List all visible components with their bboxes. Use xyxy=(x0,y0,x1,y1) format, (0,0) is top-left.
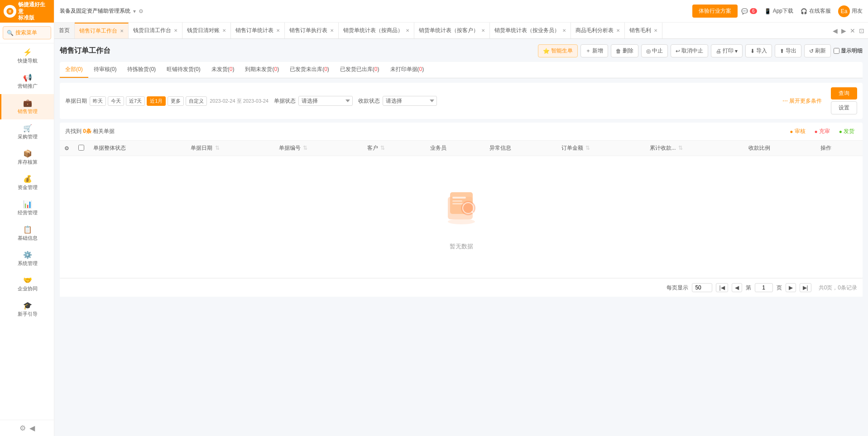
sidebar-item-system[interactable]: ⚙️系统管理 xyxy=(0,246,54,271)
message-item[interactable]: 💬 6 xyxy=(741,8,757,14)
import-btn[interactable]: ⬇ 导入 xyxy=(745,44,772,57)
sidebar-item-quick-nav[interactable]: ⚡快捷导航 xyxy=(0,43,54,69)
sidebar-item-operations[interactable]: 📊经营管理 xyxy=(0,195,54,221)
sub-tabs: 全部(0)待审核(0)待拣验货(0)旺铺待发货(0)未发货(0)到期未发货(0)… xyxy=(60,62,863,78)
sub-tab-pending-review[interactable]: 待审核(0) xyxy=(88,62,122,78)
sub-tab-expired-not-shipped[interactable]: 到期未发货(0) xyxy=(240,62,284,78)
tab-goods-stats-product[interactable]: 销货单统计表（按商品）✕ xyxy=(339,23,414,39)
payment-select[interactable]: 请选择 xyxy=(383,96,437,106)
col-date[interactable]: 单据日期 ⇅ xyxy=(186,141,274,156)
refresh-btn[interactable]: ↺ 刷新 xyxy=(804,44,831,57)
sidebar-item-inventory[interactable]: 📦库存核算 xyxy=(0,145,54,170)
add-btn[interactable]: ＋ 新增 xyxy=(580,44,608,57)
sidebar-item-purchase[interactable]: 🛒采购管理 xyxy=(0,119,54,145)
smart-create-btn[interactable]: ⭐ 智能生单 xyxy=(538,44,578,57)
query-btn[interactable]: 查询 xyxy=(831,87,857,100)
tab-goods-stats-staff[interactable]: 销货单统计表（按业务员）✕ xyxy=(490,23,571,39)
filter-setting-btn[interactable]: 设置 xyxy=(831,101,857,114)
tab-close-sales-profit[interactable]: ✕ xyxy=(654,28,657,33)
sidebar-item-basic-info[interactable]: 📋基础信息 xyxy=(0,221,54,246)
date-filter: 单据日期 昨天今天近7天近1月更多自定义 2023-02-24 至 2023-0… xyxy=(65,96,269,106)
page-number-input[interactable] xyxy=(755,283,773,292)
sub-tab-not-printed[interactable]: 未打印单据(0) xyxy=(385,62,430,78)
print-btn[interactable]: 🖨 打印 ▾ xyxy=(711,44,743,57)
date-opt-last7[interactable]: 近7天 xyxy=(126,96,145,106)
stop-btn[interactable]: ◎ 中止 xyxy=(641,44,668,57)
online-service-item[interactable]: 🎧 在线客服 xyxy=(801,7,831,15)
tab-close-goods-stats-staff[interactable]: ✕ xyxy=(562,28,566,33)
tab-home[interactable]: 首页 xyxy=(54,23,75,39)
col-checkbox[interactable] xyxy=(74,141,89,156)
tab-close-sales-stats[interactable]: ✕ xyxy=(276,28,280,33)
sidebar-item-marketing[interactable]: 📢营销推广 xyxy=(0,69,54,94)
tab-cash-reconcile[interactable]: 钱货日清对账✕ xyxy=(182,23,231,39)
tab-close-cash-reconcile[interactable]: ✕ xyxy=(222,28,226,33)
tab-goods-stats-customer[interactable]: 销货单统计表（按客户）✕ xyxy=(414,23,490,39)
tab-scroll-left[interactable]: ◀ xyxy=(832,26,839,35)
col-number[interactable]: 单据编号 ⇅ xyxy=(274,141,363,156)
search-menu-button[interactable]: 🔍 搜索菜单 xyxy=(3,26,51,39)
col-amount[interactable]: 订单金额 ⇅ xyxy=(557,141,645,156)
sub-tab-wangpu-pending[interactable]: 旺铺待发货(0) xyxy=(161,62,206,78)
user-item[interactable]: Ea 用友 xyxy=(838,5,863,17)
col-customer[interactable]: 客户 ⇅ xyxy=(363,141,426,156)
date-opt-more[interactable]: 更多 xyxy=(168,96,184,106)
last-page-btn[interactable]: ▶| xyxy=(800,283,811,292)
page-size-select[interactable]: 50 10 20 100 xyxy=(692,283,712,292)
sidebar-item-sales[interactable]: 💼销售管理 xyxy=(0,94,54,119)
nav-icon-inventory: 📦 xyxy=(23,149,32,158)
collapse-icon[interactable]: ◀ xyxy=(29,424,35,432)
tab-margin-analysis[interactable]: 商品毛利分析表✕ xyxy=(571,23,625,39)
first-page-btn[interactable]: |◀ xyxy=(716,283,728,292)
sub-tab-shipped-not-out[interactable]: 已发货未出库(0) xyxy=(284,62,335,78)
sub-tab-pending-inspect[interactable]: 待拣验货(0) xyxy=(122,62,161,78)
expand-filter-btn[interactable]: ⋯ 展开更多条件 xyxy=(779,95,825,107)
sidebar-item-newbie[interactable]: 🎓新手引导 xyxy=(0,297,54,322)
sub-tab-not-shipped[interactable]: 未发货(0) xyxy=(206,62,240,78)
tab-cash-daily[interactable]: 钱货日清工作台✕ xyxy=(129,23,182,39)
export-btn[interactable]: ⬆ 导出 xyxy=(775,44,801,57)
tab-sales-workbench[interactable]: 销售订单工作台✕ xyxy=(75,23,129,39)
tab-sales-stats[interactable]: 销售订单统计表✕ xyxy=(231,23,285,39)
tab-close-all[interactable]: ✕ xyxy=(849,26,856,35)
page-label: 第 xyxy=(746,284,751,292)
prev-page-btn[interactable]: ◀ xyxy=(732,283,742,292)
logo-icon xyxy=(4,5,16,18)
system-title: 装备及固定资产辅助管理系统 ▾ ⚙ xyxy=(60,7,689,15)
tab-close-goods-stats-customer[interactable]: ✕ xyxy=(481,28,485,33)
show-details-checkbox[interactable]: 显示明细 xyxy=(834,47,863,55)
sidebar-item-cooperation[interactable]: 🤝企业协同 xyxy=(0,271,54,297)
batch-audit-btn[interactable]: ● 审核 xyxy=(787,126,808,137)
ship-icon: ● xyxy=(839,128,842,135)
sidebar-item-finance[interactable]: 💰资金管理 xyxy=(0,170,54,195)
app-download-item[interactable]: 📱 App下载 xyxy=(764,7,793,15)
date-opt-yesterday[interactable]: 昨天 xyxy=(90,96,106,106)
col-received[interactable]: 累计收款... ⇅ xyxy=(645,141,744,156)
date-filter-label: 单据日期 xyxy=(65,97,87,105)
status-select[interactable]: 请选择 xyxy=(298,96,353,106)
tab-close-sales-execute[interactable]: ✕ xyxy=(330,28,334,33)
batch-ship-btn[interactable]: ● 发货 xyxy=(836,126,857,137)
date-opt-last1m[interactable]: 近1月 xyxy=(147,96,166,106)
settings-icon[interactable]: ⚙ xyxy=(19,424,26,432)
tab-close-cash-daily[interactable]: ✕ xyxy=(174,28,177,33)
next-page-btn[interactable]: ▶ xyxy=(786,283,796,292)
date-opt-today[interactable]: 今天 xyxy=(108,96,124,106)
tab-close-sales-workbench[interactable]: ✕ xyxy=(120,28,124,33)
tab-close-goods-stats-product[interactable]: ✕ xyxy=(406,28,409,33)
trial-btn[interactable]: 体验行业方案 xyxy=(692,5,738,18)
date-opt-custom[interactable]: 自定义 xyxy=(186,96,207,106)
tab-close-margin-analysis[interactable]: ✕ xyxy=(616,28,620,33)
sidebar: 畅捷通好生意 标准版 🔍 搜索菜单 ⚡快捷导航📢营销推广💼销售管理🛒采购管理📦库… xyxy=(0,0,54,436)
cancel-stop-btn[interactable]: ↩ 取消中止 xyxy=(671,44,708,57)
col-settings[interactable]: ⚙ xyxy=(60,141,74,156)
sub-tab-shipped-out[interactable]: 已发货已出库(0) xyxy=(335,62,385,78)
sub-tab-all[interactable]: 全部(0) xyxy=(60,62,88,78)
tab-scroll-right[interactable]: ▶ xyxy=(840,26,847,35)
settings-icon[interactable]: ⚙ xyxy=(139,8,144,14)
tab-sales-execute[interactable]: 销售订单执行表✕ xyxy=(285,23,339,39)
tab-expand[interactable]: ⊡ xyxy=(858,26,865,35)
delete-btn[interactable]: 🗑 删除 xyxy=(611,44,638,57)
batch-cancel-audit-btn[interactable]: ● 充审 xyxy=(812,126,833,137)
tab-sales-profit[interactable]: 销售毛利✕ xyxy=(625,23,662,39)
